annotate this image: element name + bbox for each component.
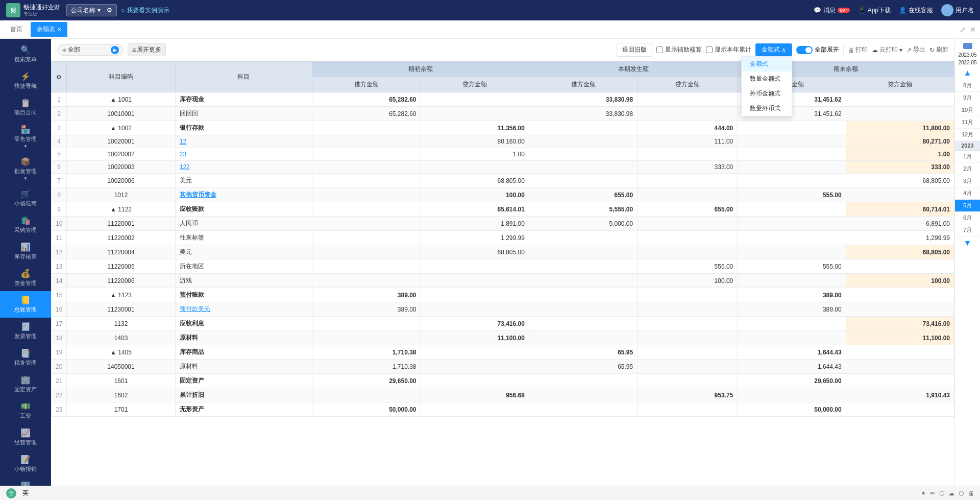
- expand-more-btn[interactable]: ≡ 展开更多: [128, 43, 166, 56]
- sidebar-item-capital[interactable]: 💰 资金管理: [0, 265, 51, 291]
- operation-icon: 📈: [20, 428, 31, 438]
- cell-code: 11230001: [67, 302, 175, 317]
- refresh-btn[interactable]: ↻ 刷新: [929, 45, 948, 54]
- bottom-icon-text[interactable]: 全: [6, 488, 16, 498]
- tab-balance[interactable]: 余额表 ✕: [31, 22, 67, 37]
- cell-subject: 银行存款: [175, 121, 312, 135]
- period-month-7[interactable]: 7月: [955, 224, 980, 236]
- cell-cl-debit: [738, 388, 846, 402]
- period-month-6[interactable]: 6月: [955, 212, 980, 224]
- cell-cl-credit: [846, 188, 954, 202]
- sidebar-item-project[interactable]: 📋 项目合同: [0, 94, 51, 121]
- cell-subject: 库存商品: [175, 345, 312, 360]
- amount-type-dropdown[interactable]: 金额式 ∧ 金额式 数量金额式 外币金额式 数量外币式: [755, 43, 792, 56]
- table-row: 211601固定资产29,650.0029,650.00: [52, 374, 954, 388]
- sidebar-item-tax[interactable]: 📑 税务管理: [0, 344, 51, 371]
- cell-rowno: 9: [52, 202, 67, 217]
- sidebar-item-purchase[interactable]: 🛍️ 采购管理: [0, 211, 51, 238]
- sidebar-item-quicknav[interactable]: ⚡ 快捷导航: [0, 67, 51, 94]
- period-month-10[interactable]: 10月: [955, 104, 980, 116]
- window-restore-icon[interactable]: ⤢: [960, 26, 966, 34]
- cell-cl-debit: 389.00: [738, 288, 846, 302]
- bottom-icon-3[interactable]: ⬡: [939, 490, 944, 497]
- period-month-12[interactable]: 12月: [955, 129, 980, 141]
- cloud-print-btn[interactable]: ☁ 云打印 ▾: [872, 45, 902, 54]
- settings-icon[interactable]: ⚙: [107, 7, 112, 14]
- sidebar-item-basic[interactable]: ℹ️ 基础信息: [0, 477, 51, 486]
- tab-close-icon[interactable]: ✕: [57, 27, 61, 32]
- dropdown-item-qty-foreign[interactable]: 数量外币式: [742, 101, 792, 116]
- toggle-switch-control[interactable]: [796, 46, 813, 54]
- period-month-8[interactable]: 8月: [955, 80, 980, 92]
- cell-rowno: 6: [52, 161, 67, 174]
- cell-subject[interactable]: 其他货币资金: [175, 188, 312, 202]
- cell-rowno: 3: [52, 121, 67, 135]
- sidebar-item-retail[interactable]: 🏪 零售管理 ▼: [0, 121, 51, 153]
- expand-all-toggle[interactable]: 全部展开: [796, 45, 839, 54]
- sidebar-item-assets[interactable]: 🏢 固定资产: [0, 371, 51, 397]
- tab-home[interactable]: 首页: [4, 22, 29, 37]
- cell-op-credit: [421, 288, 529, 302]
- period-up-icon[interactable]: ▲: [962, 66, 974, 80]
- show-assist-input[interactable]: [656, 46, 663, 53]
- bottom-icon-6[interactable]: 🖨: [968, 490, 974, 497]
- period-month-3[interactable]: 3月: [955, 175, 980, 187]
- dropdown-item-qty-amount[interactable]: 数量金额式: [742, 72, 792, 86]
- window-close-icon[interactable]: ✕: [970, 26, 976, 34]
- period-down-icon[interactable]: ▼: [962, 236, 974, 250]
- ledger-icon: 📒: [20, 295, 31, 305]
- demo-link[interactable]: ○ 我要看实例演示: [121, 6, 169, 15]
- period-month-9[interactable]: 9月: [955, 92, 980, 104]
- dropdown-item-amount[interactable]: 金额式: [742, 57, 792, 72]
- bottom-icon-5[interactable]: ⬡: [959, 490, 964, 497]
- dropdown-item-foreign-amount[interactable]: 外币金额式: [742, 86, 792, 101]
- cell-cl-debit: 50,000.00: [738, 402, 846, 417]
- period-month-5[interactable]: 5月: [955, 200, 980, 212]
- period-month-1[interactable]: 1月: [955, 151, 980, 163]
- bottom-icon-1[interactable]: ✦: [921, 490, 926, 497]
- show-assist-checkbox[interactable]: 显示辅助核算: [656, 45, 702, 54]
- print-btn[interactable]: 🖨 打印: [848, 45, 868, 54]
- cell-op-credit: 80,160.00: [421, 135, 529, 148]
- app-download-btn[interactable]: 📱 App下载: [858, 6, 891, 15]
- sidebar-item-salary[interactable]: 💵 工资: [0, 397, 51, 424]
- cell-subject[interactable]: 122: [175, 161, 312, 174]
- period-month-2[interactable]: 2月: [955, 163, 980, 175]
- cell-op-debit: [312, 121, 421, 135]
- bottom-icon-2[interactable]: ✏: [930, 490, 935, 497]
- bottom-icon-4[interactable]: ☁: [948, 490, 954, 497]
- cell-subject[interactable]: 23: [175, 148, 312, 161]
- sidebar-item-report[interactable]: 📝 小畅报销: [0, 450, 51, 477]
- sidebar-item-invoice[interactable]: 🧾 发票管理: [0, 318, 51, 344]
- cell-p-credit: [638, 92, 738, 107]
- company-selector[interactable]: 公司名称 ▾ ⚙: [66, 4, 117, 16]
- sidebar-item-operation[interactable]: 📈 经营管理: [0, 424, 51, 450]
- show-ytd-input[interactable]: [706, 46, 713, 53]
- period-year-2023: 2023: [955, 141, 980, 151]
- bottom-lang[interactable]: 英: [22, 489, 29, 497]
- cell-code: 10020003: [67, 161, 175, 174]
- search-input[interactable]: [68, 46, 109, 54]
- cell-op-debit: 1,710.38: [312, 360, 421, 374]
- user-info[interactable]: 用户名: [941, 4, 974, 16]
- online-service-btn[interactable]: 👤 在线客服: [899, 6, 933, 15]
- sidebar-item-wholesale[interactable]: 📦 批发管理 ▼: [0, 153, 51, 185]
- cell-op-debit: 389.00: [312, 302, 421, 317]
- show-ytd-checkbox[interactable]: 显示本年累计: [706, 45, 751, 54]
- sidebar-item-inventory[interactable]: 📊 库存核算: [0, 238, 51, 265]
- sidebar-item-ledger[interactable]: 📒 总账管理: [0, 291, 51, 318]
- amount-type-label: 金额式: [762, 45, 780, 54]
- period-selector-label[interactable]: 期间选择: [963, 43, 972, 49]
- sidebar-item-search[interactable]: 🔍 搜索菜单: [0, 41, 51, 67]
- cell-subject[interactable]: 12: [175, 135, 312, 148]
- cell-subject[interactable]: 预付款美元: [175, 302, 312, 317]
- back-old-version-btn[interactable]: 退回旧版: [617, 43, 652, 57]
- message-btn[interactable]: 💬 消息 99+: [814, 6, 849, 15]
- period-month-11[interactable]: 11月: [955, 116, 980, 129]
- period-month-4[interactable]: 4月: [955, 187, 980, 200]
- amount-type-btn[interactable]: 金额式 ∧: [755, 43, 792, 56]
- cell-rowno: 1: [52, 92, 67, 107]
- export-btn[interactable]: ↗ 导出: [906, 45, 925, 54]
- th-settings[interactable]: ⚙: [52, 62, 67, 92]
- sidebar-item-ecommerce[interactable]: 🛒 小畅电商: [0, 185, 51, 211]
